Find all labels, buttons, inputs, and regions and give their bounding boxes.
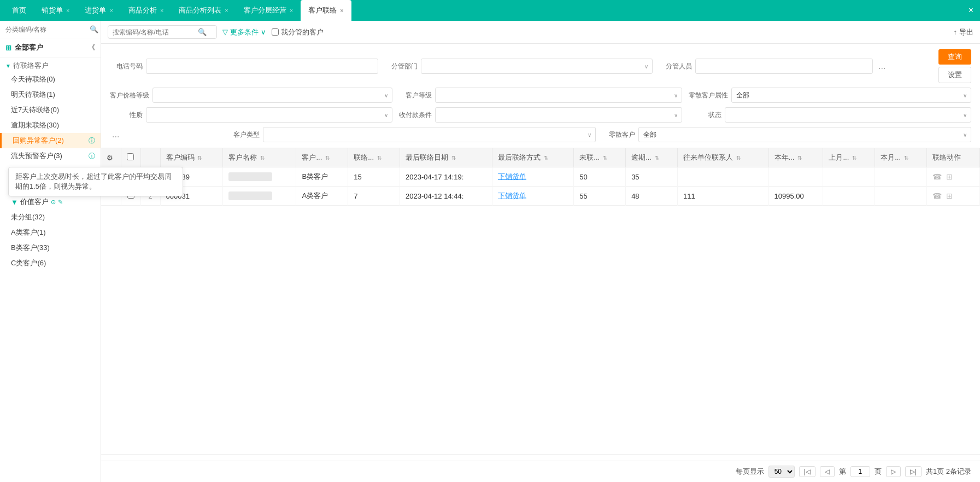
filter-status: 状态 [689, 107, 971, 123]
close-all-button[interactable]: × [969, 5, 973, 15]
select-all-checkbox[interactable] [127, 153, 134, 160]
sidebar-search-input[interactable] [5, 26, 87, 33]
payment-select[interactable] [435, 107, 682, 123]
filter-row-3: 性质 收付款条件 状态 [110, 107, 971, 123]
col-last-contact-date[interactable]: 最后联络日期 ⇅ [400, 148, 492, 167]
settings-icon[interactable]: ✎ [58, 199, 63, 206]
last-page-button[interactable]: ▷| [905, 466, 922, 477]
nav-product-analysis[interactable]: 商品分析 × [121, 0, 171, 21]
sidebar-item-a-class[interactable]: A类客户(1) [0, 225, 101, 240]
filter-customer-level: 客户等级 [399, 88, 682, 103]
col-customer-name[interactable]: 客户名称 ⇅ [223, 148, 296, 167]
last-contact-method-cell[interactable]: 下销货单 [492, 167, 573, 187]
filter-extra: ... [110, 130, 220, 140]
customer-level-select[interactable] [435, 88, 682, 103]
more-options-icon[interactable]: ... [878, 61, 885, 71]
col-customer-code[interactable]: 客户编码 ⇅ [160, 148, 223, 167]
customer-type-select[interactable] [263, 127, 596, 142]
last-contact-method-cell[interactable]: 下销货单 [492, 187, 573, 206]
chevron-down-icon: ∨ [261, 28, 266, 36]
close-icon[interactable]: × [290, 7, 293, 14]
export-button[interactable]: ↑ 导出 [954, 27, 974, 37]
nature-select-wrapper [146, 107, 392, 123]
sidebar-item-lost-warning[interactable]: 流失预警客户(3) ⓘ [0, 148, 101, 164]
sort-icon: ⇅ [736, 155, 741, 161]
sort-icon: ⇅ [544, 155, 548, 161]
sidebar-item-c-class[interactable]: C类客户(6) [0, 255, 101, 271]
manager-input[interactable] [695, 59, 873, 74]
sidebar-item-tomorrow-contact[interactable]: 明天待联络(1) [0, 87, 101, 102]
more-options-dots[interactable]: ... [112, 130, 119, 140]
table-row: 1 000039 B类客户 15 [101, 167, 980, 187]
col-overdue[interactable]: 逾期... ⇅ [626, 148, 678, 167]
my-customer-checkbox[interactable] [272, 28, 279, 36]
nav-home[interactable]: 首页 [4, 0, 34, 21]
col-not-contacted[interactable]: 未联... ⇅ [574, 148, 626, 167]
note-action-icon[interactable]: ⊞ [946, 191, 953, 200]
close-icon[interactable]: × [225, 7, 228, 14]
more-conditions-button[interactable]: ▽ 更多条件 ∨ [222, 27, 266, 37]
page-size-select[interactable]: 50 [768, 466, 795, 478]
col-row-num [140, 148, 160, 167]
sidebar-item-overdue-contact[interactable]: 逾期未联络(30) [0, 118, 101, 133]
phone-input[interactable] [146, 59, 378, 74]
customer-name-cell[interactable] [223, 167, 296, 187]
collapse-icon[interactable]: 《 [88, 43, 95, 53]
query-button[interactable]: 查询 [938, 49, 971, 65]
nav-customer-contact[interactable]: 客户联络 × [301, 0, 351, 21]
sidebar-item-ungrouped[interactable]: 未分组(32) [0, 210, 101, 225]
col-last-month[interactable]: 上月... ⇅ [823, 148, 875, 167]
search-input[interactable] [113, 28, 195, 36]
next-page-button[interactable]: ▷ [886, 466, 901, 477]
close-icon[interactable]: × [160, 7, 163, 14]
last-month-cell [823, 167, 875, 187]
sidebar-item-today-contact[interactable]: 今天待联络(0) [0, 72, 101, 87]
col-customer-type[interactable]: 客户... ⇅ [296, 148, 348, 167]
gear-icon[interactable]: ⚙ [107, 154, 113, 162]
close-icon[interactable]: × [66, 7, 69, 14]
horizontal-scrollbar[interactable] [101, 454, 980, 461]
page-number-input[interactable] [850, 466, 870, 477]
customer-name-cell[interactable] [223, 187, 296, 206]
phone-action-icon[interactable]: ☎ [932, 191, 942, 200]
close-icon[interactable]: × [340, 7, 343, 14]
nav-purchase-order[interactable]: 进货单 × [77, 0, 120, 21]
nav-sales-order[interactable]: 销货单 × [34, 0, 77, 21]
retail-customer-select[interactable]: 全部 [638, 127, 971, 142]
col-unit-contact[interactable]: 往来单位联系人 ⇅ [677, 148, 768, 167]
note-action-icon[interactable]: ⊞ [946, 172, 953, 181]
col-last-contact-method[interactable]: 最后联络方式 ⇅ [492, 148, 573, 167]
settings-button[interactable]: 设置 [938, 67, 971, 83]
col-this-month[interactable]: 本月... ⇅ [875, 148, 927, 167]
phone-action-icon[interactable]: ☎ [932, 172, 942, 181]
search-icon: 🔍 [198, 28, 207, 36]
sidebar-item-b-class[interactable]: B类客户(33) [0, 240, 101, 255]
sidebar-item-repurchase-abnormal[interactable]: 回购异常客户(2) ⓘ [0, 133, 101, 148]
close-icon[interactable]: × [109, 7, 113, 14]
sidebar-item-7day-contact[interactable]: 近7天待联络(0) [0, 102, 101, 118]
unit-contact-cell: 111 [677, 187, 768, 206]
status-select[interactable] [725, 107, 971, 123]
nav-customer-segment[interactable]: 客户分层经营 × [236, 0, 301, 21]
edit-icon[interactable]: ⊙ [51, 199, 56, 206]
sort-icon: ⇅ [603, 155, 607, 161]
nature-select[interactable] [146, 107, 392, 123]
sort-icon: ⇅ [325, 155, 330, 161]
retail-attr-select[interactable]: 全部 [731, 88, 971, 103]
prev-page-button[interactable]: ◁ [820, 466, 835, 477]
department-select[interactable] [421, 59, 653, 74]
first-page-button[interactable]: |◁ [799, 466, 815, 477]
customer-type-cell: B类客户 [296, 167, 348, 187]
payment-select-wrapper [435, 107, 682, 123]
filter-nature: 性质 [110, 107, 392, 123]
col-gear[interactable]: ⚙ [101, 148, 121, 167]
search-box[interactable]: 🔍 [108, 25, 217, 39]
nav-product-analysis-list[interactable]: 商品分析列表 × [171, 0, 236, 21]
col-contact[interactable]: 联络... ⇅ [348, 148, 400, 167]
sidebar-search-area[interactable]: 🔍 [0, 21, 101, 38]
col-this-year[interactable]: 本年... ⇅ [768, 148, 823, 167]
not-contacted-cell: 55 [574, 187, 626, 206]
price-level-select[interactable] [152, 88, 392, 103]
filter-phone: 电话号码 [110, 59, 378, 74]
info-icon: ⓘ [89, 136, 95, 146]
